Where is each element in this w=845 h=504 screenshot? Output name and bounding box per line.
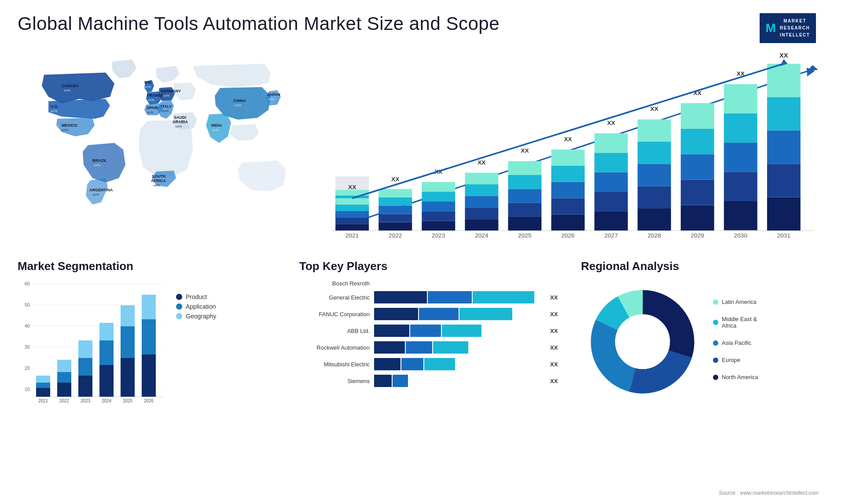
svg-text:2023: 2023 [81, 398, 91, 403]
bar-seg-1 [374, 291, 427, 303]
legend-geography-dot [176, 313, 182, 319]
svg-rect-146 [99, 365, 114, 397]
bar-seg-1 [374, 325, 409, 337]
bar-seg-2 [401, 358, 423, 370]
legend-apac-dot [713, 340, 718, 346]
svg-text:FRANCE: FRANCE [147, 93, 164, 98]
player-value-rockwell: XX [550, 344, 563, 351]
svg-rect-103 [767, 131, 801, 164]
svg-rect-47 [378, 223, 412, 231]
bar-seg-3 [459, 308, 512, 320]
svg-rect-48 [378, 214, 412, 223]
player-name-siemens: Siemens [299, 378, 370, 384]
svg-rect-78 [595, 192, 628, 211]
svg-rect-151 [121, 326, 135, 358]
bar-seg-2 [428, 291, 472, 303]
svg-text:xx%: xx% [153, 183, 160, 187]
svg-rect-49 [378, 206, 412, 214]
svg-text:xx%: xx% [144, 85, 151, 89]
legend-mea-label: Middle East &Africa [722, 316, 757, 329]
logo: M MARKETRESEARCHINTELLECT [748, 13, 827, 43]
regional-title: Regional Analysis [581, 259, 827, 273]
svg-text:xx%: xx% [175, 124, 182, 128]
svg-text:XX: XX [779, 52, 788, 59]
legend-mea-dot [713, 320, 718, 325]
svg-rect-80 [595, 153, 628, 172]
segmentation-section: Market Segmentation 60 50 40 30 20 10 20… [18, 259, 273, 488]
svg-rect-93 [681, 103, 714, 129]
svg-rect-54 [422, 211, 455, 221]
svg-text:XX: XX [607, 120, 615, 126]
svg-text:JAPAN: JAPAN [267, 92, 280, 97]
svg-rect-98 [724, 113, 757, 142]
svg-rect-62 [465, 184, 498, 196]
svg-text:xx%: xx% [147, 110, 153, 114]
player-row-ge: General Electric XX [299, 291, 563, 303]
svg-text:xx%: xx% [92, 193, 99, 197]
svg-rect-71 [551, 215, 585, 231]
svg-rect-89 [681, 205, 714, 231]
svg-text:xx%: xx% [162, 109, 169, 113]
svg-rect-101 [767, 197, 801, 231]
player-name-abb: ABB Ltd. [299, 328, 370, 334]
svg-rect-81 [595, 133, 628, 153]
svg-rect-67 [508, 189, 541, 203]
svg-rect-154 [142, 354, 156, 397]
svg-rect-79 [595, 172, 628, 192]
legend-mea: Middle East &Africa [713, 316, 758, 329]
svg-text:30: 30 [25, 344, 30, 350]
svg-text:xx%: xx% [51, 109, 57, 113]
svg-rect-90 [681, 180, 714, 205]
svg-rect-147 [99, 340, 114, 365]
svg-text:XX: XX [521, 147, 529, 154]
svg-text:2024: 2024 [102, 398, 112, 403]
bar-seg-2 [419, 308, 459, 320]
svg-text:xx%: xx% [235, 103, 241, 107]
player-row-fanuc: FANUC Corporation XX [299, 308, 563, 320]
svg-rect-152 [121, 305, 135, 326]
key-players-section: Top Key Players Bosch Rexroth General El… [299, 259, 563, 488]
svg-rect-144 [78, 340, 92, 358]
svg-text:2022: 2022 [389, 232, 402, 239]
key-players-title: Top Key Players [299, 259, 563, 273]
svg-rect-102 [767, 164, 801, 197]
svg-rect-156 [142, 295, 156, 319]
svg-text:xx%: xx% [163, 94, 169, 98]
player-row-siemens: Siemens XX [299, 375, 563, 387]
player-bar-rockwell [374, 341, 546, 354]
svg-rect-105 [767, 64, 801, 97]
svg-text:ARGENTINA: ARGENTINA [89, 188, 113, 192]
svg-text:SPAIN: SPAIN [147, 106, 158, 110]
svg-rect-86 [638, 142, 671, 164]
page-title: Global Machine Tools Automation Market S… [18, 13, 500, 34]
svg-rect-74 [551, 166, 585, 182]
svg-text:2021: 2021 [38, 398, 48, 403]
page-header: Global Machine Tools Automation Market S… [0, 0, 845, 52]
svg-text:2026: 2026 [144, 398, 154, 403]
legend-product-label: Product [186, 293, 207, 300]
svg-rect-140 [57, 360, 71, 372]
legend-latin-america: Latin America [713, 299, 758, 305]
bar-seg-1 [374, 375, 392, 387]
legend-europe-dot [713, 358, 718, 363]
legend-na-dot [713, 375, 718, 380]
svg-text:2028: 2028 [647, 232, 661, 239]
player-row-abb: ABB Ltd. XX [299, 325, 563, 337]
svg-text:2025: 2025 [518, 232, 532, 239]
svg-rect-55 [422, 201, 455, 211]
svg-text:ITALY: ITALY [161, 104, 172, 109]
svg-rect-134 [36, 388, 50, 397]
legend-application: Application [176, 303, 216, 310]
svg-rect-135 [36, 383, 50, 388]
svg-text:2031: 2031 [777, 232, 790, 239]
player-value-ge: XX [550, 294, 563, 301]
logo-text: MARKETRESEARCHINTELLECT [780, 18, 810, 39]
svg-text:SAUDI: SAUDI [174, 115, 186, 120]
svg-rect-139 [57, 372, 71, 383]
player-bar-siemens [374, 375, 546, 387]
svg-text:2024: 2024 [475, 232, 489, 239]
svg-text:AFRICA: AFRICA [151, 179, 166, 183]
svg-rect-97 [724, 142, 757, 172]
legend-north-america: North America [713, 374, 758, 380]
svg-text:2021: 2021 [345, 232, 359, 239]
